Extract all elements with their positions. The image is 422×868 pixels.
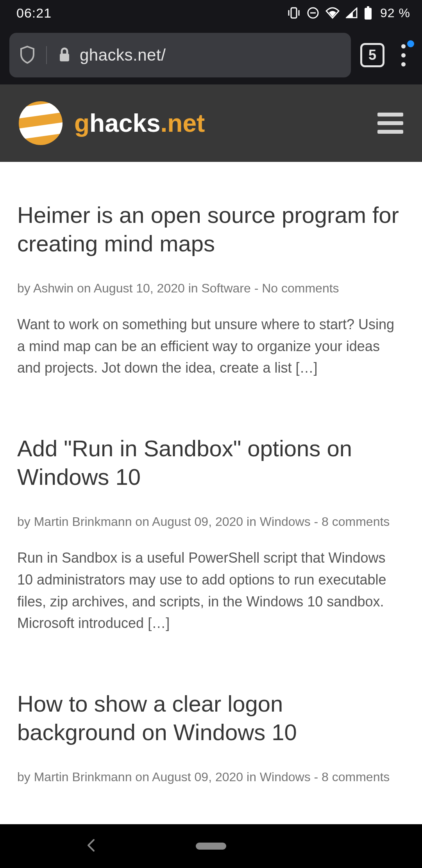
- tab-count-button[interactable]: 5: [360, 43, 384, 67]
- author-link[interactable]: Martin Brinkmann: [34, 770, 132, 784]
- article-item: Add "Run in Sandbox" options on Windows …: [17, 434, 405, 634]
- site-logo-icon[interactable]: [19, 101, 63, 145]
- article-excerpt: Run in Sandbox is a useful PowerShell sc…: [17, 547, 405, 634]
- vibrate-icon: [287, 7, 300, 19]
- brand-letter-g: g: [74, 109, 89, 137]
- lock-icon: [58, 47, 71, 64]
- category-link[interactable]: Windows: [260, 770, 311, 784]
- article-title[interactable]: Heimer is an open source program for cre…: [17, 201, 405, 258]
- svg-rect-5: [367, 6, 369, 8]
- site-brand[interactable]: ghacks.net: [74, 109, 366, 138]
- brand-dot: .: [161, 109, 168, 137]
- urlbar-divider: [46, 46, 47, 64]
- comments-link[interactable]: 8 comments: [322, 770, 390, 784]
- url-text: ghacks.net/: [80, 46, 166, 65]
- author-link[interactable]: Martin Brinkmann: [34, 515, 132, 529]
- tab-count-value: 5: [368, 47, 376, 63]
- page-content: Heimer is an open source program for cre…: [0, 162, 422, 824]
- article-byline: by Ashwin on August 10, 2020 in Software…: [17, 280, 405, 297]
- status-icons: 92 %: [287, 6, 410, 20]
- article-item: How to show a clear logon background on …: [17, 690, 405, 786]
- article-byline: by Martin Brinkmann on August 09, 2020 i…: [17, 513, 405, 531]
- brand-net: net: [167, 109, 205, 137]
- site-header: ghacks.net: [0, 84, 422, 162]
- article-excerpt: Want to work on something but unsure whe…: [17, 314, 405, 379]
- svg-rect-6: [365, 8, 372, 20]
- article-date: August 10, 2020: [94, 281, 185, 295]
- svg-rect-0: [291, 8, 297, 18]
- battery-percent: 92 %: [380, 6, 410, 20]
- comments-link[interactable]: No comments: [262, 281, 339, 295]
- article-date: August 09, 2020: [152, 515, 243, 529]
- system-nav-bar: [0, 824, 422, 868]
- battery-icon: [364, 6, 372, 20]
- brand-hacks: hacks: [89, 109, 160, 137]
- browser-toolbar: ghacks.net/ 5: [0, 26, 422, 84]
- shield-icon[interactable]: [20, 45, 35, 65]
- more-vert-icon: [401, 44, 406, 66]
- article-byline: by Martin Brinkmann on August 09, 2020 i…: [17, 768, 405, 786]
- svg-rect-7: [60, 54, 69, 61]
- back-icon[interactable]: [86, 838, 97, 854]
- menu-button[interactable]: [377, 113, 403, 134]
- category-link[interactable]: Windows: [260, 515, 311, 529]
- article-title[interactable]: How to show a clear logon background on …: [17, 690, 405, 746]
- dnd-icon: [307, 7, 319, 19]
- signal-icon: [346, 7, 358, 18]
- wifi-icon: [325, 7, 340, 19]
- status-bar: 06:21 92 %: [0, 0, 422, 26]
- browser-menu-button[interactable]: [394, 44, 413, 66]
- article-item: Heimer is an open source program for cre…: [17, 201, 405, 379]
- article-title[interactable]: Add "Run in Sandbox" options on Windows …: [17, 434, 405, 491]
- author-link[interactable]: Ashwin: [33, 281, 73, 295]
- home-pill[interactable]: [196, 843, 226, 850]
- comments-link[interactable]: 8 comments: [322, 515, 390, 529]
- status-time: 06:21: [16, 5, 52, 21]
- category-link[interactable]: Software: [201, 281, 250, 295]
- url-bar[interactable]: ghacks.net/: [9, 33, 351, 77]
- article-date: August 09, 2020: [152, 770, 243, 784]
- notification-dot-icon: [407, 40, 414, 47]
- hamburger-icon: [377, 113, 403, 117]
